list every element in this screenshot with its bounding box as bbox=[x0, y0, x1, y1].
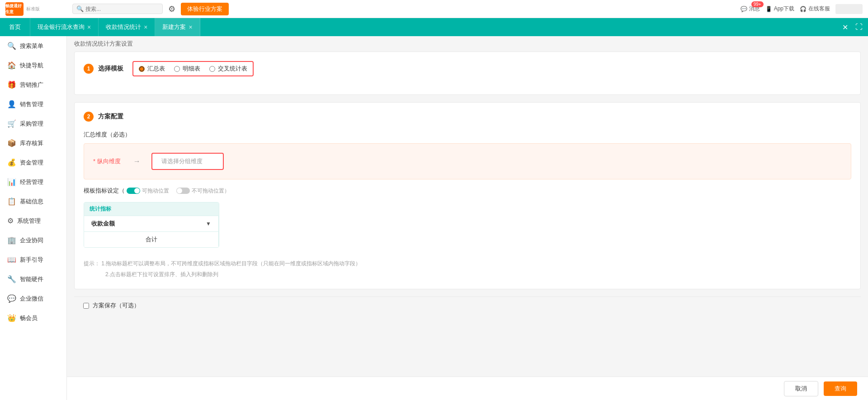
step1-number: 1 bbox=[84, 64, 94, 74]
sidebar-item-wechat[interactable]: 💬 企业微信 bbox=[0, 289, 66, 308]
sidebar-item-marketing-label: 营销推广 bbox=[20, 81, 43, 89]
top-search-area: 🔍 ⚙ 体验行业方案 bbox=[72, 3, 741, 15]
metrics-section: 模板指标设定（ 可拖动位置 不可拖动位置） 统计指标 收款金额 bbox=[84, 187, 851, 249]
metrics-col-header[interactable]: 收款金额 ▼ bbox=[84, 216, 219, 231]
win-expand-btn[interactable]: ⛶ bbox=[854, 23, 864, 31]
save-option-row: 方案保存（可选） bbox=[74, 296, 861, 314]
search-menu-icon: 🔍 bbox=[7, 42, 16, 50]
metrics-total-cell: 合计 bbox=[84, 231, 219, 247]
radio-huizong-input[interactable] bbox=[139, 66, 145, 72]
online-service-item[interactable]: 🎧 在线客服 bbox=[800, 5, 830, 13]
non-draggable-label: 不可拖动位置） bbox=[192, 187, 230, 195]
bottom-bar: 取消 查询 bbox=[67, 376, 868, 400]
step1-card: 1 选择模板 汇总表 明细表 交叉统计表 bbox=[74, 52, 861, 95]
sidebar-item-quicknav[interactable]: 🏠 快捷导航 bbox=[0, 56, 66, 75]
tab-home[interactable]: 首页 bbox=[0, 18, 30, 36]
radio-jiaocha-input[interactable] bbox=[209, 66, 215, 72]
basicinfo-icon: 📋 bbox=[7, 197, 16, 206]
message-badge: 99+ bbox=[751, 1, 764, 7]
member-icon: 👑 bbox=[7, 314, 16, 322]
marketing-icon: 🎁 bbox=[7, 80, 16, 89]
sidebar-item-system-label: 系统管理 bbox=[17, 217, 41, 225]
message-item[interactable]: 💬 消息 99+ bbox=[741, 5, 760, 13]
user-avatar[interactable] bbox=[835, 4, 863, 14]
search-icon: 🔍 bbox=[76, 5, 84, 12]
sidebar-item-finance[interactable]: 💰 资金管理 bbox=[0, 153, 66, 172]
step2-row: 2 方案配置 bbox=[84, 112, 851, 122]
sidebar-item-sales[interactable]: 👤 销售管理 bbox=[0, 94, 66, 114]
sidebar-item-search[interactable]: 🔍 搜索菜单 bbox=[0, 36, 66, 56]
sidebar-item-quicknav-label: 快捷导航 bbox=[20, 61, 43, 70]
sidebar-item-guide[interactable]: 📖 新手引导 bbox=[0, 250, 66, 269]
brand-logo: 畅捷通好生意 bbox=[5, 2, 24, 16]
system-icon: ⚙ bbox=[7, 216, 14, 225]
step1-label: 选择模板 bbox=[98, 65, 123, 73]
tab-cashflow[interactable]: 现金银行流水查询 × bbox=[30, 18, 99, 36]
top-actions: 💬 消息 99+ 📱 App下载 🎧 在线客服 bbox=[741, 4, 863, 14]
sidebar-item-sales-label: 销售管理 bbox=[20, 100, 43, 108]
dimension-area: * 纵向维度 → 请选择分组维度 bbox=[84, 143, 851, 179]
sidebar-item-hardware-label: 智能硬件 bbox=[20, 275, 43, 283]
tab-newplan-close[interactable]: × bbox=[189, 24, 192, 31]
sidebar-item-basicinfo[interactable]: 📋 基础信息 bbox=[0, 192, 66, 211]
dimension-select[interactable]: 请选择分组维度 bbox=[151, 153, 224, 170]
search-input[interactable] bbox=[85, 6, 149, 12]
query-button[interactable]: 查询 bbox=[824, 381, 857, 396]
tab-newplan[interactable]: 新建方案 × bbox=[155, 18, 200, 36]
radio-jiaocha-label: 交叉统计表 bbox=[218, 65, 247, 73]
dimension-row: * 纵向维度 → 请选择分组维度 bbox=[93, 153, 842, 170]
tip-1: 提示： 1.拖动标题栏可以调整布局，不可跨维度或指标区域拖动栏目字段（只能在同一… bbox=[84, 258, 361, 269]
nav-tabs-right: ✕ ⛶ bbox=[840, 18, 868, 36]
sales-icon: 👤 bbox=[7, 100, 16, 108]
step2-label: 方案配置 bbox=[98, 113, 123, 121]
search-bar[interactable]: 🔍 bbox=[72, 4, 163, 14]
sidebar-item-enterprise[interactable]: 🏢 企业协同 bbox=[0, 231, 66, 250]
step2-number: 2 bbox=[84, 112, 94, 122]
sidebar-item-operation[interactable]: 📊 经营管理 bbox=[0, 172, 66, 192]
cancel-button[interactable]: 取消 bbox=[784, 381, 818, 396]
sidebar-item-member[interactable]: 👑 畅会员 bbox=[0, 308, 66, 328]
enterprise-icon: 🏢 bbox=[7, 236, 16, 245]
win-close-btn[interactable]: ✕ bbox=[840, 23, 850, 32]
app-download-label: App下载 bbox=[774, 5, 794, 13]
radio-huizong-label: 汇总表 bbox=[147, 65, 165, 73]
metrics-col-body: 合计 bbox=[84, 231, 219, 247]
tab-cashflow-label: 现金银行流水查询 bbox=[38, 23, 85, 31]
save-checkbox[interactable] bbox=[83, 303, 89, 309]
metrics-config-label: 模板指标设定（ bbox=[84, 187, 125, 195]
top-bar: 畅捷通好生意 标准版 🔍 ⚙ 体验行业方案 💬 消息 99+ 📱 App下载 🎧… bbox=[0, 0, 868, 18]
radio-mingxi[interactable]: 明细表 bbox=[174, 65, 200, 73]
sidebar-item-inventory[interactable]: 📦 库存核算 bbox=[0, 133, 66, 153]
draggable-toggle[interactable] bbox=[127, 188, 140, 194]
tip-line-1: 提示： 1.拖动标题栏可以调整布局，不可跨维度或指标区域拖动栏目字段（只能在同一… bbox=[84, 258, 851, 269]
sidebar-item-hardware[interactable]: 🔧 智能硬件 bbox=[0, 269, 66, 289]
tab-collection[interactable]: 收款情况统计 × bbox=[99, 18, 155, 36]
radio-mingxi-label: 明细表 bbox=[183, 65, 200, 73]
tab-newplan-label: 新建方案 bbox=[162, 23, 186, 31]
brand-area: 畅捷通好生意 标准版 bbox=[5, 2, 72, 16]
gear-icon[interactable]: ⚙ bbox=[168, 4, 175, 14]
sidebar-item-operation-label: 经营管理 bbox=[20, 178, 43, 186]
tab-cashflow-close[interactable]: × bbox=[87, 24, 91, 31]
wechat-icon: 💬 bbox=[7, 294, 16, 303]
tab-collection-close[interactable]: × bbox=[144, 24, 147, 31]
dimension-section: 汇总维度（必选） * 纵向维度 → 请选择分组维度 模板指标设定（ bbox=[84, 131, 851, 280]
industry-button[interactable]: 体验行业方案 bbox=[181, 3, 229, 15]
radio-mingxi-input[interactable] bbox=[174, 66, 180, 72]
operation-icon: 📊 bbox=[7, 178, 16, 186]
app-icon: 📱 bbox=[765, 6, 772, 12]
sidebar-item-purchase[interactable]: 🛒 采购管理 bbox=[0, 114, 66, 133]
tab-collection-label: 收款情况统计 bbox=[106, 23, 141, 31]
sidebar-item-marketing[interactable]: 🎁 营销推广 bbox=[0, 75, 66, 94]
sidebar-item-system[interactable]: ⚙ 系统管理 bbox=[0, 211, 66, 231]
non-draggable-toggle bbox=[176, 188, 190, 194]
main-layout: 🔍 搜索菜单 🏠 快捷导航 🎁 营销推广 👤 销售管理 🛒 采购管理 📦 库存核… bbox=[0, 36, 868, 400]
app-download-item[interactable]: 📱 App下载 bbox=[765, 5, 794, 13]
radio-huizong[interactable]: 汇总表 bbox=[139, 65, 165, 73]
metrics-dropdown-icon[interactable]: ▼ bbox=[206, 221, 211, 227]
hardware-icon: 🔧 bbox=[7, 275, 16, 283]
online-service-label: 在线客服 bbox=[808, 5, 830, 13]
step1-row: 1 选择模板 汇总表 明细表 交叉统计表 bbox=[84, 61, 851, 76]
tip-2: 2.点击标题栏下拉可设置排序、插入列和删除列 bbox=[105, 269, 218, 280]
radio-jiaocha[interactable]: 交叉统计表 bbox=[209, 65, 247, 73]
